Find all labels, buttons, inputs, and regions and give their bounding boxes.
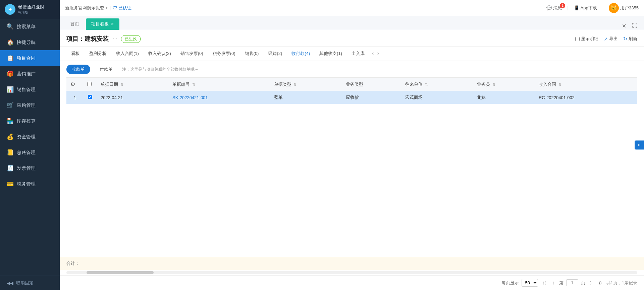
topbar-right: 💬 消息 1 | 📱 App下载 | 🐱 用户3355 — [546, 3, 639, 13]
sidebar-item-project-contract[interactable]: 📋 项目合同 — [0, 50, 60, 66]
sidebar-item-invoice[interactable]: 🧾 发票管理 — [0, 160, 60, 176]
sidebar-item-tax[interactable]: 💳 税务管理 — [0, 176, 60, 192]
row-checkbox-cell[interactable] — [83, 91, 97, 104]
sub-tab-prev-arrow[interactable]: ‹ — [371, 51, 375, 57]
sidebar-item-purchase[interactable]: 🛒 采购管理 — [0, 97, 60, 113]
sub-tab-profit[interactable]: 盈利分析 — [85, 47, 111, 61]
quick-action-icon: ≡ — [637, 144, 642, 146]
col-doc-number[interactable]: 单据编号 ⇅ — [168, 78, 270, 91]
first-page-button[interactable]: ⟨⟨ — [541, 280, 548, 286]
chevron-down-icon: ▾ — [106, 6, 108, 10]
settings-icon[interactable]: ⚙ — [70, 81, 75, 87]
messages-button[interactable]: 💬 消息 1 — [546, 5, 562, 11]
row-doc-date: 2022-04-21 — [97, 91, 168, 104]
per-page-select[interactable]: 50 — [522, 279, 538, 287]
sidebar-item-marketing[interactable]: 🎁 营销推广 — [0, 66, 60, 82]
col-partner[interactable]: 往来单位 ⇅ — [401, 78, 473, 91]
sidebar-item-search[interactable]: 🔍 搜索菜单 — [0, 19, 60, 34]
divider: | — [110, 5, 111, 10]
divider2: | — [567, 5, 568, 10]
last-page-button[interactable]: ⟩⟩ — [596, 280, 604, 286]
col-doc-date[interactable]: 单据日期 ⇅ — [97, 78, 168, 91]
sidebar-nav: 🔍 搜索菜单 🏠 快捷导航 📋 项目合同 🎁 营销推广 📊 销售管理 🛒 采购管… — [0, 19, 60, 276]
topbar-left: 新服务官网演示账套 ▾ | 🛡 已认证 — [65, 5, 543, 11]
export-button[interactable]: ↗ 导出 — [604, 36, 618, 42]
col-salesperson[interactable]: 业务员 ⇅ — [473, 78, 535, 91]
account-selector[interactable]: 新服务官网演示账套 ▾ — [65, 5, 108, 11]
sidebar-item-label: 销售管理 — [17, 87, 36, 93]
sub-tab-in-out[interactable]: 出入库 — [347, 47, 369, 61]
sub-tab-receipt-payment[interactable]: 收付款(4) — [287, 47, 315, 61]
prev-page-button[interactable]: ⟨ — [551, 280, 556, 286]
col-checkbox[interactable] — [83, 78, 97, 91]
close-window-button[interactable]: ✕ — [620, 22, 628, 30]
sidebar-item-inventory[interactable]: 🏪 库存核算 — [0, 113, 60, 129]
app-download-button[interactable]: 📱 App下载 — [574, 5, 597, 11]
show-detail-input[interactable] — [575, 37, 580, 41]
col-income-contract[interactable]: 收入合同 ⇅ — [535, 78, 637, 91]
table-footer: 合计： — [60, 257, 644, 270]
page-label: 第 — [559, 280, 564, 286]
refresh-button[interactable]: ↻ 刷新 — [623, 36, 637, 42]
table-row[interactable]: 1 2022-04-21 SK-20220421-001 蓝单 应收款 宏茂商场… — [66, 91, 637, 104]
table-container: ⚙ 单据日期 ⇅ 单据编号 ⇅ — [60, 77, 644, 257]
tab-project-board[interactable]: 项目看板 ✕ — [86, 18, 119, 30]
tab-home-label: 首页 — [70, 21, 79, 27]
tab-close-icon[interactable]: ✕ — [111, 22, 114, 26]
toggle-note: 注：这里是与项目关联的全部收付款单哦～ — [122, 67, 199, 72]
window-controls: ✕ ⛶ — [620, 22, 639, 30]
sub-tab-income-contract[interactable]: 收入合同(1) — [111, 47, 144, 61]
sub-tab-kanban[interactable]: 看板 — [66, 47, 85, 61]
sidebar-item-sales[interactable]: 📊 销售管理 — [0, 82, 60, 97]
quick-action-button[interactable]: ≡ — [635, 140, 644, 149]
payment-button[interactable]: 付款单 — [94, 65, 118, 74]
scrollbar-track[interactable] — [66, 271, 637, 274]
mobile-icon: 📱 — [574, 5, 579, 10]
sidebar-item-label: 搜索菜单 — [17, 24, 36, 30]
row-doc-type: 蓝单 — [270, 91, 342, 104]
col-settings[interactable]: ⚙ — [66, 78, 83, 91]
sort-icon: ⇅ — [120, 82, 123, 86]
marketing-icon: 🎁 — [7, 70, 13, 77]
message-icon: 💬 — [546, 5, 552, 10]
page-number-input[interactable] — [566, 279, 578, 286]
col-doc-type[interactable]: 单据类型 ⇅ — [270, 78, 342, 91]
tab-project-label: 项目看板 — [91, 21, 109, 27]
sub-tab-other-income[interactable]: 其他收支(1) — [315, 47, 347, 61]
sidebar-item-label: 采购管理 — [17, 102, 36, 108]
home-icon: 🏠 — [7, 39, 13, 46]
row-checkbox[interactable] — [88, 95, 92, 99]
sub-tab-sales[interactable]: 销售(0) — [240, 47, 264, 61]
project-icon: 📋 — [7, 55, 13, 62]
maximize-window-button[interactable]: ⛶ — [631, 22, 639, 30]
sort-icon: ⇅ — [192, 82, 195, 86]
select-all-checkbox[interactable] — [87, 82, 92, 86]
doc-number-link[interactable]: SK-20220421-001 — [172, 95, 208, 100]
message-badge: 1 — [560, 3, 565, 8]
scrollbar-thumb[interactable] — [87, 271, 154, 274]
receipt-button[interactable]: 收款单 — [66, 65, 90, 74]
next-page-button[interactable]: ⟩ — [588, 280, 594, 286]
sidebar-item-funds[interactable]: 💰 资金管理 — [0, 129, 60, 145]
sub-tab-purchase[interactable]: 采购(2) — [263, 47, 287, 61]
unpin-button[interactable]: ◀◀ 取消固定 — [0, 276, 60, 290]
sidebar-item-quick-nav[interactable]: 🏠 快捷导航 — [0, 34, 60, 50]
sidebar-item-ledger[interactable]: 📒 总账管理 — [0, 145, 60, 160]
show-detail-checkbox[interactable]: 显示明细 — [575, 36, 598, 42]
sort-icon: ⇅ — [492, 82, 495, 86]
col-biz-type: 业务类型 — [342, 78, 401, 91]
more-options-button[interactable]: ··· — [113, 36, 117, 42]
sub-tab-tax-invoice[interactable]: 税务发票(0) — [208, 47, 240, 61]
total-label: 合计： — [66, 261, 79, 266]
sub-tab-sales-invoice[interactable]: 销售发票(0) — [176, 47, 208, 61]
horizontal-scrollbar[interactable] — [60, 270, 644, 275]
sub-tab-next-arrow[interactable]: › — [376, 51, 380, 57]
app-name: 畅捷通好业财 标准版 — [18, 4, 44, 14]
user-button[interactable]: 🐱 用户3355 — [609, 3, 639, 13]
tabs-bar: 首页 项目看板 ✕ ✕ ⛶ — [60, 16, 644, 30]
ledger-icon: 📒 — [7, 149, 13, 156]
tab-home[interactable]: 首页 — [65, 18, 85, 30]
refresh-label: 刷新 — [629, 36, 637, 42]
sub-tab-income-confirm[interactable]: 收入确认(2) — [144, 47, 176, 61]
row-doc-number[interactable]: SK-20220421-001 — [168, 91, 270, 104]
